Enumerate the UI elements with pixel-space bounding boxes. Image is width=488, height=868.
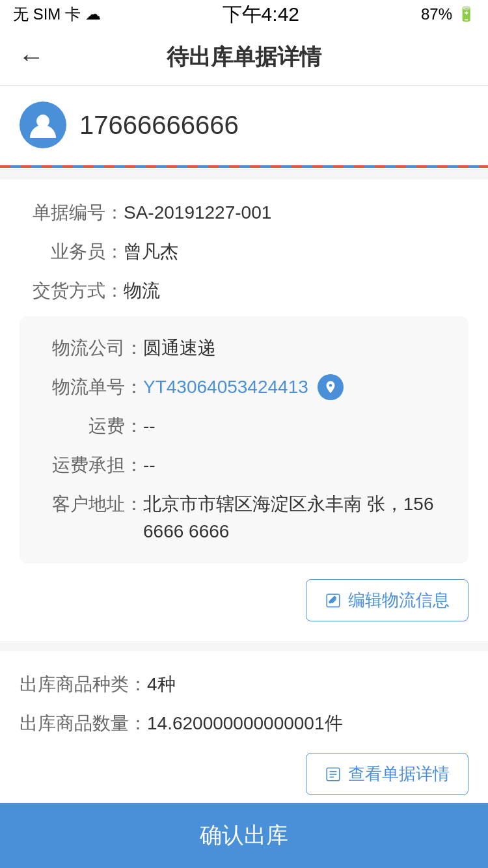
- logistics-company-value: 圆通速递: [143, 334, 449, 362]
- freight-row: 运费： --: [39, 413, 449, 440]
- address-label: 客户地址：: [39, 491, 143, 518]
- page-title: 待出库单据详情: [167, 42, 321, 72]
- freight-label: 运费：: [39, 413, 143, 440]
- status-left: 无 SIM 卡 ☁: [13, 4, 101, 25]
- address-row: 客户地址： 北京市市辖区海淀区永丰南 张，156 6666 6666: [39, 491, 449, 545]
- stats-section: 出库商品种类： 4种 出库商品数量： 14.620000000000001件 查…: [0, 651, 488, 815]
- edit-logistics-button[interactable]: 编辑物流信息: [306, 579, 468, 621]
- status-bar: 无 SIM 卡 ☁ 下午4:42 87% 🔋: [0, 0, 488, 29]
- tracking-label: 物流单号：: [39, 373, 143, 401]
- basic-info-section: 单据编号： SA-20191227-001 业务员： 曾凡杰 交货方式： 物流 …: [0, 180, 488, 641]
- battery-text: 87%: [421, 5, 452, 23]
- sim-wifi-text: 无 SIM 卡 ☁: [13, 4, 101, 25]
- delivery-label: 交货方式：: [20, 277, 124, 305]
- freight-bear-label: 运费承担：: [39, 452, 143, 479]
- freight-bear-row: 运费承担： --: [39, 452, 449, 479]
- doc-no-row: 单据编号： SA-20191227-001: [20, 199, 468, 226]
- sales-label: 业务员：: [20, 238, 124, 265]
- status-time: 下午4:42: [223, 1, 299, 28]
- doc-no-label: 单据编号：: [20, 199, 124, 226]
- tracking-value: YT43064053424413: [143, 373, 449, 401]
- confirm-btn-label: 确认出库: [200, 821, 288, 850]
- type-value: 4种: [147, 671, 468, 698]
- qty-row: 出库商品数量： 14.620000000000001件: [20, 710, 468, 737]
- battery-icon: 🔋: [457, 6, 475, 23]
- delivery-row: 交货方式： 物流: [20, 277, 468, 305]
- view-details-button[interactable]: 查看单据详情: [306, 753, 468, 795]
- logistics-card: 物流公司： 圆通速递 物流单号： YT43064053424413 运费： --…: [20, 316, 468, 563]
- delivery-value: 物流: [124, 277, 468, 305]
- user-phone: 17666666666: [79, 111, 239, 140]
- edit-logistics-label: 编辑物流信息: [348, 589, 450, 612]
- dashed-divider: [0, 164, 488, 169]
- type-row: 出库商品种类： 4种: [20, 671, 468, 698]
- edit-btn-row: 编辑物流信息: [20, 579, 468, 621]
- qty-value: 14.620000000000001件: [147, 710, 468, 737]
- sales-row: 业务员： 曾凡杰: [20, 238, 468, 265]
- logistics-company-label: 物流公司：: [39, 334, 143, 362]
- doc-no-value: SA-20191227-001: [124, 199, 468, 226]
- address-value: 北京市市辖区海淀区永丰南 张，156 6666 6666: [143, 491, 449, 545]
- view-details-label: 查看单据详情: [348, 763, 450, 785]
- qty-label: 出库商品数量：: [20, 710, 147, 737]
- user-header: 17666666666: [0, 86, 488, 164]
- logistics-company-row: 物流公司： 圆通速递: [39, 334, 449, 362]
- sales-value: 曾凡杰: [124, 238, 468, 265]
- back-button[interactable]: ←: [18, 42, 44, 72]
- location-icon[interactable]: [318, 374, 344, 400]
- freight-value: --: [143, 413, 449, 440]
- freight-bear-value: --: [143, 452, 449, 479]
- avatar: [20, 102, 66, 148]
- nav-bar: ← 待出库单据详情: [0, 29, 488, 86]
- status-right: 87% 🔋: [421, 5, 475, 23]
- view-btn-row: 查看单据详情: [20, 753, 468, 795]
- tracking-row: 物流单号： YT43064053424413: [39, 373, 449, 401]
- type-label: 出库商品种类：: [20, 671, 147, 698]
- confirm-button[interactable]: 确认出库: [0, 803, 488, 868]
